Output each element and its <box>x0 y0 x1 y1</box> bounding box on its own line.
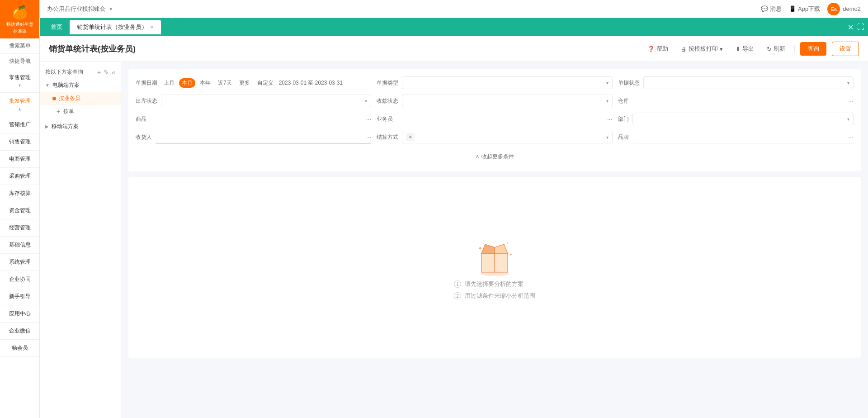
tab-bar-expand: ✕ ⛶ <box>848 23 864 32</box>
sidebar-search[interactable]: 搜索菜单 <box>0 38 39 54</box>
filter-date: 单据日期 上月 本月 本年 近7天 更多 自定义 20 <box>136 78 371 88</box>
scheme-order-label: 按单 <box>63 108 74 115</box>
date-tab-last7[interactable]: 近7天 <box>215 78 235 88</box>
page-actions: ❓ 帮助 🖨 按模板打印 ▾ ⬇ 导出 ↻ 刷新 查询 设置 <box>644 42 859 56</box>
salesperson-control: ··· <box>396 113 612 125</box>
collapse-btn[interactable]: ∧ 收起更多条件 <box>136 149 854 164</box>
goods-ellipsis-btn[interactable]: ··· <box>366 115 372 123</box>
date-tab-custom[interactable]: 自定义 <box>255 78 276 88</box>
scheme-order[interactable]: ✦ 按单 <box>40 105 121 118</box>
filter-out-status: 出库状态 ▾ <box>136 95 371 107</box>
filter-section: 单据日期 上月 本月 本年 近7天 更多 自定义 20 <box>128 69 861 171</box>
sidebar-item-newbie[interactable]: 新手引导 <box>0 288 39 305</box>
empty-state: ✦ ✦ ✦ 1 请先选择要分析的方案 2 <box>128 177 861 358</box>
payment-select[interactable]: × ▾ <box>402 131 612 143</box>
pc-section-title[interactable]: ▼ 电脑端方案 <box>40 79 121 92</box>
out-status-select[interactable]: ▾ <box>161 95 371 107</box>
date-range-text: 2023-03-01 至 2023-03-31 <box>279 79 343 87</box>
sidebar-item-marketing[interactable]: 营销推广 <box>0 116 39 133</box>
print-icon: 🖨 <box>681 46 687 52</box>
sidebar-item-appmarket[interactable]: 应用中心 <box>0 305 39 323</box>
help-btn[interactable]: ❓ 帮助 <box>644 43 672 55</box>
consignee-ellipsis-btn[interactable]: ··· <box>366 133 372 141</box>
recv-status-control: ▾ <box>402 95 612 107</box>
sidebar-item-member[interactable]: 畅会员 <box>0 340 39 357</box>
sidebar-item-basic[interactable]: 基础信息 <box>0 237 39 254</box>
pc-section: ▼ 电脑端方案 按业务员 ✦ 按单 <box>40 79 121 118</box>
step1-text: 请先选择要分析的方案 <box>465 280 524 288</box>
payment-label: 结算方式 <box>377 133 398 141</box>
sidebar-item-sales[interactable]: 销售管理 <box>0 133 39 151</box>
filter-row-2: 出库状态 ▾ 收款状态 <box>136 95 854 107</box>
query-btn[interactable]: 查询 <box>800 42 826 56</box>
out-status-arrow-icon: ▾ <box>365 99 367 104</box>
date-tabs: 上月 本月 本年 近7天 更多 自定义 <box>161 78 276 88</box>
sidebar-item-finance[interactable]: 资金管理 <box>0 202 39 219</box>
logo-icon: 🍊 <box>5 5 35 21</box>
recv-status-arrow-icon: ▾ <box>606 99 609 104</box>
mobile-section-arrow: ▶ <box>45 124 49 129</box>
sidebar-item-purchase[interactable]: 采购管理 <box>0 168 39 185</box>
date-tab-lastmonth[interactable]: 上月 <box>161 78 177 88</box>
warehouse-ellipsis-btn[interactable]: ··· <box>848 97 854 104</box>
retail-label: 零售管理 <box>9 74 31 81</box>
print-label: 按模板打印 <box>689 45 718 53</box>
out-status-control: ▾ <box>161 95 371 107</box>
sidebar-item-retail[interactable]: 零售管理 ▾ <box>0 69 39 93</box>
sidebar-item-system[interactable]: 系统管理 <box>0 254 39 271</box>
sidebar-item-corpwechat[interactable]: 企业微信 <box>0 323 39 340</box>
user-profile-btn[interactable]: Ea demo2 <box>827 3 861 15</box>
mobile-section-title[interactable]: ▶ 移动端方案 <box>40 120 121 133</box>
export-btn[interactable]: ⬇ 导出 <box>732 43 758 55</box>
sidebar-shortcut[interactable]: 快捷导航 <box>0 54 39 69</box>
print-btn[interactable]: 🖨 按模板打印 ▾ <box>677 43 726 55</box>
sidebar-item-ecommerce[interactable]: 电商管理 <box>0 151 39 168</box>
consignee-control: ··· <box>156 131 371 143</box>
recv-status-select[interactable]: ▾ <box>402 95 612 107</box>
sidebar-item-corp[interactable]: 企业协同 <box>0 271 39 288</box>
sidebar-item-wholesale[interactable]: 批发管理 ▴ <box>0 93 39 116</box>
tab-expand-close-icon[interactable]: ✕ <box>848 23 854 32</box>
inventory-label: 库存核算 <box>9 190 31 197</box>
tab-home[interactable]: 首页 <box>43 20 70 34</box>
app-download-btn[interactable]: 📱 App下载 <box>789 5 820 13</box>
breadcrumb-arrow-icon: ▾ <box>109 5 113 12</box>
date-tab-thismonth[interactable]: 本月 <box>179 78 195 88</box>
payment-tag: × <box>406 133 415 141</box>
doc-status-select[interactable]: ▾ <box>643 76 854 89</box>
app-icon: 📱 <box>789 5 796 12</box>
tab-expand-icon[interactable]: ⛶ <box>857 23 864 32</box>
empty-steps-list: 1 请先选择要分析的方案 2 用过滤条件来缩小分析范围 <box>454 278 535 302</box>
settings-btn[interactable]: 设置 <box>832 42 859 56</box>
salesperson-ellipsis-btn[interactable]: ··· <box>607 115 613 123</box>
refresh-btn[interactable]: ↻ 刷新 <box>763 43 789 55</box>
brand-label: 品牌 <box>618 133 629 141</box>
sales-label: 销售管理 <box>9 138 31 146</box>
filter-goods: 商品 ··· <box>136 113 371 125</box>
date-tab-more[interactable]: 更多 <box>236 78 253 88</box>
edit-scheme-btn[interactable]: ✎ <box>104 69 109 76</box>
payment-tag-x-icon[interactable]: × <box>409 134 412 140</box>
add-scheme-btn[interactable]: + <box>97 69 101 76</box>
date-tab-thisyear[interactable]: 本年 <box>197 78 213 88</box>
tab-close-icon[interactable]: ✕ <box>150 25 154 30</box>
warehouse-control: ··· <box>632 95 854 107</box>
svg-point-5 <box>480 271 509 276</box>
scheme-salesperson[interactable]: 按业务员 <box>40 92 121 105</box>
left-panel-header: 按以下方案查询 + ✎ « <box>40 66 121 79</box>
filter-doc-status: 单据状态 ▾ <box>618 76 854 89</box>
doc-type-arrow-icon: ▾ <box>606 81 609 86</box>
scheme-salesperson-label: 按业务员 <box>59 95 80 102</box>
wholesale-label: 批发管理 <box>9 97 31 105</box>
doc-type-select[interactable]: ▾ <box>402 76 612 89</box>
sidebar-item-inventory[interactable]: 库存核算 <box>0 185 39 202</box>
tab-sales-report[interactable]: 销货单统计表（按业务员） ✕ <box>70 20 161 34</box>
dept-select[interactable]: ▾ <box>632 113 854 125</box>
system-label: 系统管理 <box>9 258 31 266</box>
collapse-panel-btn[interactable]: « <box>112 69 115 76</box>
step2-text: 用过滤条件来缩小分析范围 <box>465 292 535 300</box>
brand-ellipsis-btn[interactable]: ··· <box>848 133 854 141</box>
message-btn[interactable]: 💬 消息 <box>761 5 782 13</box>
doc-status-label: 单据状态 <box>618 79 640 87</box>
sidebar-item-operation[interactable]: 经营管理 <box>0 219 39 237</box>
